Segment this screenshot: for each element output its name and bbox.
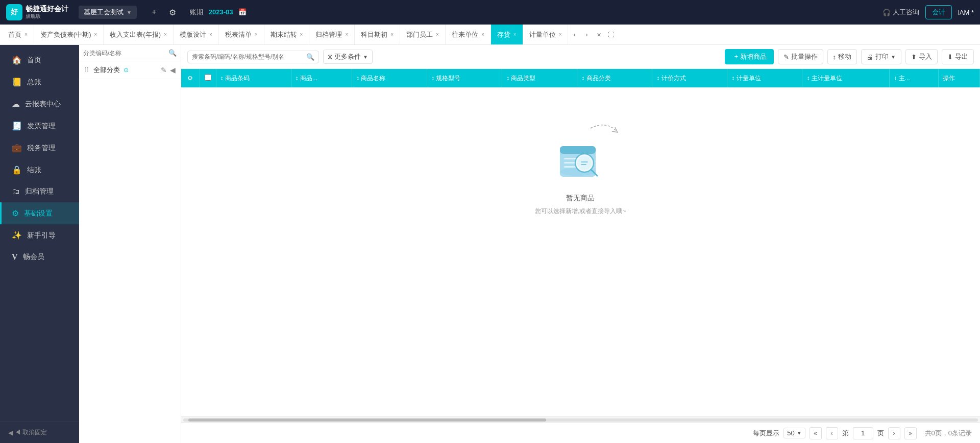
category-header: ⠿ 全部分类 ⊙ ✎ ◀ bbox=[79, 61, 181, 79]
batch-operations-btn[interactable]: ✎ 批量操作 bbox=[778, 49, 823, 64]
page-number-input[interactable] bbox=[853, 427, 873, 439]
product-search-bar: 🔍 bbox=[187, 51, 319, 63]
tab-close-icon[interactable]: × bbox=[345, 32, 348, 37]
sidebar-label: 发票管理 bbox=[27, 122, 56, 131]
scroll-thumb[interactable] bbox=[188, 418, 546, 422]
tab-close-icon[interactable]: × bbox=[436, 32, 439, 37]
product-search-input[interactable] bbox=[192, 53, 304, 60]
tab-close-icon[interactable]: × bbox=[481, 32, 484, 37]
sidebar-item-cloud[interactable]: ☁ 云报表中心 bbox=[0, 93, 79, 115]
sidebar-item-invoice[interactable]: 🧾 发票管理 bbox=[0, 115, 79, 137]
tab-uom[interactable]: 计量单位 × bbox=[523, 25, 569, 45]
print-arrow-icon: ▼ bbox=[891, 54, 896, 60]
sidebar-item-settings[interactable]: ⚙ 基础设置 bbox=[0, 202, 79, 224]
add-tab-btn[interactable]: + bbox=[147, 5, 161, 19]
page-size-select[interactable]: 50 ▼ bbox=[783, 428, 805, 438]
first-page-btn[interactable]: « bbox=[810, 427, 822, 439]
tab-taxlist[interactable]: 税表清单 × bbox=[219, 25, 264, 45]
tab-next-btn[interactable]: › bbox=[580, 25, 593, 45]
tab-expand-btn[interactable]: ⛶ bbox=[605, 25, 617, 45]
tab-archive[interactable]: 归档管理 × bbox=[309, 25, 355, 45]
company-selector[interactable]: 基层工会测试 ▼ bbox=[79, 6, 137, 19]
tab-close-icon[interactable]: × bbox=[24, 32, 28, 37]
account-btn[interactable]: 会计 bbox=[925, 5, 952, 19]
tab-prev-btn[interactable]: ‹ bbox=[568, 25, 580, 45]
horizontal-scrollbar[interactable] bbox=[181, 416, 980, 423]
tab-subject[interactable]: 科目期初 × bbox=[355, 25, 400, 45]
tab-close-icon[interactable]: × bbox=[209, 32, 212, 37]
col-main2[interactable]: ↕ 主... bbox=[890, 69, 939, 87]
tab-label: 计量单位 bbox=[529, 30, 556, 39]
tab-close-icon[interactable]: × bbox=[513, 32, 517, 37]
category-search-input[interactable] bbox=[83, 50, 166, 57]
sidebar-item-home[interactable]: 🏠 首页 bbox=[0, 49, 79, 71]
print-btn[interactable]: 🖨 打印 ▼ bbox=[861, 49, 901, 64]
company-name: 基层工会测试 bbox=[84, 8, 124, 17]
import-btn[interactable]: ⬆ 导入 bbox=[905, 49, 938, 64]
search-icon[interactable]: 🔍 bbox=[168, 49, 177, 57]
tab-customers[interactable]: 往来单位 × bbox=[446, 25, 491, 45]
sidebar-label: 畅会员 bbox=[23, 252, 44, 262]
tab-dept[interactable]: 部门员工 × bbox=[400, 25, 446, 45]
tab-close-icon[interactable]: × bbox=[390, 32, 394, 37]
tab-close-icon[interactable]: × bbox=[255, 32, 258, 37]
export-btn[interactable]: ⬇ 导出 bbox=[942, 49, 974, 64]
col-category[interactable]: ↕ 商品分类 bbox=[577, 69, 652, 87]
scroll-track[interactable] bbox=[183, 418, 978, 422]
calendar-icon[interactable]: 📅 bbox=[238, 8, 247, 16]
col-barcode[interactable]: ↕ 商品条码 bbox=[216, 69, 291, 87]
prev-page-btn[interactable]: ‹ bbox=[826, 427, 838, 439]
sidebar-footer[interactable]: ◀ ◀ 取消固定 bbox=[0, 422, 79, 443]
col-type[interactable]: ↕ 商品类型 bbox=[502, 69, 577, 87]
sidebar-item-close[interactable]: 🔒 结账 bbox=[0, 159, 79, 181]
period-value[interactable]: 2023-03 bbox=[209, 8, 233, 16]
edit-category-icon[interactable]: ✎ bbox=[161, 66, 167, 74]
tab-income[interactable]: 收入支出表(年报) × bbox=[104, 25, 174, 45]
last-page-btn[interactable]: » bbox=[904, 427, 917, 439]
col-checkbox[interactable] bbox=[200, 69, 216, 87]
member-icon: V bbox=[12, 252, 18, 262]
col-pricing[interactable]: ↕ 计价方式 bbox=[652, 69, 727, 87]
add-product-btn[interactable]: + 新增商品 bbox=[725, 49, 773, 64]
sidebar-label: 归档管理 bbox=[25, 187, 54, 196]
tab-close-icon[interactable]: × bbox=[559, 32, 562, 37]
tab-label: 期末结转 bbox=[271, 30, 297, 39]
tab-close-all-btn[interactable]: × bbox=[593, 25, 605, 45]
total-records: 共0页，0条记录 bbox=[925, 429, 972, 438]
col-name[interactable]: ↕ 商品名称 bbox=[352, 69, 427, 87]
tab-close-icon[interactable]: × bbox=[94, 32, 97, 37]
sidebar-item-archive[interactable]: 🗂 归档管理 bbox=[0, 181, 79, 202]
tab-home[interactable]: 首页 × bbox=[2, 25, 34, 45]
col-main-uom[interactable]: ↕ 主计量单位 bbox=[802, 69, 890, 87]
move-btn[interactable]: ↕ 移动 bbox=[827, 49, 857, 64]
col-config[interactable]: ⚙ bbox=[181, 69, 200, 87]
all-category-label: ⠿ 全部分类 ⊙ bbox=[84, 65, 129, 75]
tab-assets[interactable]: 资产负债表(中期) × bbox=[34, 25, 104, 45]
settings-icon[interactable]: ⚙ bbox=[165, 5, 180, 19]
tab-template[interactable]: 模版设计 × bbox=[174, 25, 219, 45]
sidebar-label: 首页 bbox=[27, 56, 41, 65]
content-area: 🔍 ⠿ 全部分类 ⊙ ✎ ◀ bbox=[79, 45, 980, 443]
archive-icon: 🗂 bbox=[12, 187, 20, 196]
tab-period-close[interactable]: 期末结转 × bbox=[264, 25, 310, 45]
tax-icon: 💼 bbox=[12, 143, 22, 153]
select-all-checkbox[interactable] bbox=[205, 74, 211, 81]
sidebar-item-tax[interactable]: 💼 税务管理 bbox=[0, 137, 79, 159]
tab-inventory[interactable]: 存货 × bbox=[491, 25, 523, 45]
col-spec[interactable]: ↕ 规格型号 bbox=[427, 69, 502, 87]
svg-point-7 bbox=[577, 156, 592, 170]
top-right: 🎧 人工咨询 会计 iAM * bbox=[883, 5, 974, 19]
more-conditions-btn[interactable]: ⧖ 更多条件 ▼ bbox=[323, 50, 373, 64]
header-actions: + ⚙ bbox=[147, 5, 180, 19]
sidebar-item-ledger[interactable]: 📒 总账 bbox=[0, 71, 79, 93]
tab-close-icon[interactable]: × bbox=[300, 32, 303, 37]
collapse-panel-icon[interactable]: ◀ bbox=[170, 66, 176, 74]
search-icon[interactable]: 🔍 bbox=[306, 53, 314, 61]
tab-close-icon[interactable]: × bbox=[164, 32, 167, 37]
consult-btn[interactable]: 🎧 人工咨询 bbox=[883, 8, 919, 17]
next-page-btn[interactable]: › bbox=[888, 427, 900, 439]
sidebar-item-guide[interactable]: ✨ 新手引导 bbox=[0, 224, 79, 246]
sidebar-item-member[interactable]: V 畅会员 bbox=[0, 246, 79, 268]
col-uom[interactable]: ↕ 计量单位 bbox=[727, 69, 802, 87]
col-code[interactable]: ↕ 商品... bbox=[291, 69, 352, 87]
